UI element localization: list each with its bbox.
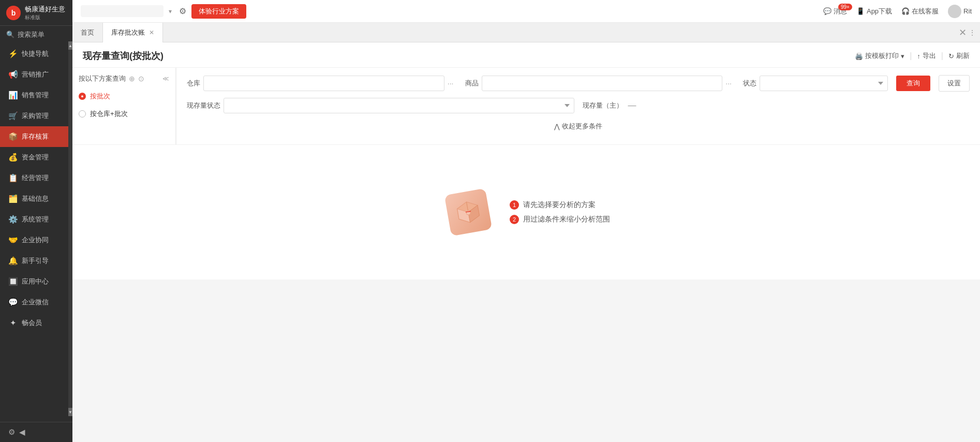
- scheme-warehouse-batch-label: 按仓库+批次: [90, 109, 128, 119]
- status-label: 状态: [743, 79, 756, 88]
- add-scheme-icon[interactable]: ⊕: [129, 75, 135, 83]
- more-tabs-icon[interactable]: ⋮: [969, 28, 976, 37]
- tab-inventory-batch-label: 库存批次账: [111, 28, 145, 37]
- sidebar-item-quick-nav[interactable]: ⚡ 快捷导航: [0, 43, 72, 64]
- sidebar-item-member[interactable]: ✦ 畅会员: [0, 313, 72, 333]
- sidebar-search-label: 搜索菜单: [18, 30, 44, 39]
- sidebar-item-enterprise[interactable]: 🤝 企业协同: [0, 230, 72, 251]
- app-edition: 标准版: [25, 14, 65, 21]
- goods-dots[interactable]: ···: [722, 79, 735, 87]
- nav-label: 经营管理: [22, 173, 49, 183]
- topbar-chevron-icon[interactable]: ▾: [169, 8, 172, 15]
- filter-group-warehouse: 仓库 ···: [187, 76, 457, 91]
- print-template-button[interactable]: 🖨️ 按模板打印 ▾: [855, 51, 904, 61]
- filter-group-stock-status: 现存量状态: [187, 98, 574, 113]
- warehouse-input[interactable]: [203, 76, 444, 91]
- sidebar-item-marketing[interactable]: 📢 营销推广: [0, 64, 72, 85]
- topbar-search-box[interactable]: [81, 5, 164, 17]
- sales-icon: 📊: [8, 91, 18, 100]
- warehouse-dots[interactable]: ···: [444, 79, 457, 87]
- online-service-label: 在线客服: [912, 7, 939, 16]
- query-button[interactable]: 查询: [896, 76, 930, 91]
- page-content: 现存量查询(按批次) 🖨️ 按模板打印 ▾ | ↑ 导出 | ↻: [72, 42, 980, 442]
- tab-close-icon[interactable]: ✕: [149, 29, 154, 36]
- collapse-more-button[interactable]: ⋀ 收起更多条件: [546, 120, 611, 133]
- scheme-inactive-dot: [79, 110, 86, 117]
- empty-box-svg: [453, 197, 483, 227]
- page-actions: 🖨️ 按模板打印 ▾ | ↑ 导出 | ↻ 刷新: [855, 51, 970, 61]
- status-select[interactable]: [760, 76, 888, 91]
- main-area: ▾ ⚙ 体验行业方案 💬 消息 99+ 📱 App下载 🎧 在线客服 Rit: [72, 0, 980, 442]
- app-name: 畅康通好生意: [25, 5, 65, 14]
- page-title-bar: 现存量查询(按批次) 🖨️ 按模板打印 ▾ | ↑ 导出 | ↻: [72, 42, 980, 68]
- export-button[interactable]: ↑ 导出: [917, 51, 936, 61]
- sidebar-item-wechat[interactable]: 💬 企业微信: [0, 292, 72, 313]
- page-title: 现存量查询(按批次): [83, 50, 164, 62]
- scheme-panel: 按以下方案查询 ⊕ ⊙ ≪ ● 按批次 按仓库+批次: [72, 68, 176, 144]
- quick-nav-icon: ⚡: [8, 49, 18, 58]
- nav-label: 营销推广: [22, 70, 49, 79]
- filter-row-1: 仓库 ··· 商品 ··· 状态: [187, 75, 970, 92]
- sidebar-header: b 畅康通好生意 标准版: [0, 0, 72, 26]
- sidebar-item-operations[interactable]: 📋 经营管理: [0, 168, 72, 188]
- filter-row-2: 现存量状态 现存量（主） —: [187, 98, 970, 113]
- sidebar-scroll-up[interactable]: ▲: [68, 41, 72, 50]
- nav-label: 新手引导: [22, 256, 49, 266]
- sidebar-footer: ⚙ ◀: [0, 422, 72, 442]
- trial-button[interactable]: 体验行业方案: [191, 4, 246, 19]
- topbar-search-input[interactable]: [86, 7, 138, 15]
- enterprise-icon: 🤝: [8, 235, 18, 245]
- tab-home[interactable]: 首页: [72, 23, 103, 42]
- collapse-sidebar-icon[interactable]: ◀: [19, 428, 25, 437]
- sidebar-nav: ⚡ 快捷导航 📢 营销推广 📊 销售管理 🛒 采购管理 📦 库存核算 💰 资金管…: [0, 43, 72, 422]
- settings-scheme-icon[interactable]: ⊙: [138, 75, 144, 83]
- warehouse-label: 仓库: [187, 79, 200, 88]
- empty-tip-1: 1 请先选择要分析的方案: [510, 200, 610, 210]
- sidebar-item-sales[interactable]: 📊 销售管理: [0, 85, 72, 106]
- message-button[interactable]: 💬 消息 99+: [823, 7, 847, 16]
- chevron-up-icon: ⋀: [554, 123, 560, 130]
- nav-label: 资金管理: [22, 153, 49, 162]
- sidebar-item-purchase[interactable]: 🛒 采购管理: [0, 106, 72, 126]
- scheme-panel-title-text: 按以下方案查询: [79, 74, 126, 83]
- scheme-item-warehouse-batch[interactable]: 按仓库+批次: [72, 105, 175, 123]
- online-service-button[interactable]: 🎧 在线客服: [901, 7, 939, 16]
- tip-num-1: 1: [510, 200, 519, 210]
- sidebar-item-inventory[interactable]: 📦 库存核算: [0, 126, 72, 147]
- sidebar-item-newbie[interactable]: 🔔 新手引导: [0, 251, 72, 271]
- refresh-button[interactable]: ↻ 刷新: [948, 51, 970, 61]
- empty-tips: 1 请先选择要分析的方案 2 用过滤条件来缩小分析范围: [510, 200, 610, 224]
- empty-state-content: 1 请先选择要分析的方案 2 用过滤条件来缩小分析范围: [442, 186, 610, 238]
- tab-inventory-batch[interactable]: 库存批次账 ✕: [103, 23, 163, 42]
- scheme-collapse-icon[interactable]: ≪: [162, 75, 169, 82]
- filter-group-goods: 商品 ···: [465, 76, 735, 91]
- sidebar-scroll-down[interactable]: ▼: [68, 408, 72, 416]
- scheme-active-dot: ●: [79, 93, 86, 100]
- refresh-icon: ↻: [948, 52, 954, 60]
- close-icon[interactable]: ✕: [959, 27, 967, 38]
- sidebar-item-system[interactable]: ⚙️ 系统管理: [0, 209, 72, 230]
- nav-label: 库存核算: [22, 132, 49, 141]
- finance-icon: 💰: [8, 153, 18, 162]
- nav-label: 采购管理: [22, 111, 49, 121]
- app-download-button[interactable]: 📱 App下载: [856, 7, 892, 16]
- sidebar-item-basics[interactable]: 🗂️ 基础信息: [0, 188, 72, 209]
- member-icon: ✦: [8, 318, 18, 328]
- tab-panel-close[interactable]: ✕ ⋮: [959, 27, 976, 38]
- tip-text-1: 请先选择要分析的方案: [523, 200, 596, 210]
- sidebar-search[interactable]: 🔍 搜索菜单: [0, 26, 72, 43]
- scheme-item-batch[interactable]: ● 按批次: [72, 87, 175, 105]
- print-icon: 🖨️: [855, 52, 863, 60]
- settings-icon[interactable]: ⚙: [8, 428, 15, 437]
- topbar-gear-icon[interactable]: ⚙: [179, 6, 186, 16]
- settings-button[interactable]: 设置: [939, 75, 970, 92]
- print-dropdown-icon[interactable]: ▾: [901, 52, 904, 60]
- sidebar-item-apps[interactable]: 🔲 应用中心: [0, 271, 72, 292]
- user-profile-button[interactable]: Rit: [948, 5, 972, 18]
- goods-input[interactable]: [482, 76, 723, 91]
- message-badge: 99+: [838, 4, 852, 10]
- phone-icon: 📱: [856, 7, 865, 15]
- goods-label: 商品: [465, 79, 479, 88]
- sidebar-item-finance[interactable]: 💰 资金管理: [0, 147, 72, 168]
- stock-status-select[interactable]: [224, 98, 574, 113]
